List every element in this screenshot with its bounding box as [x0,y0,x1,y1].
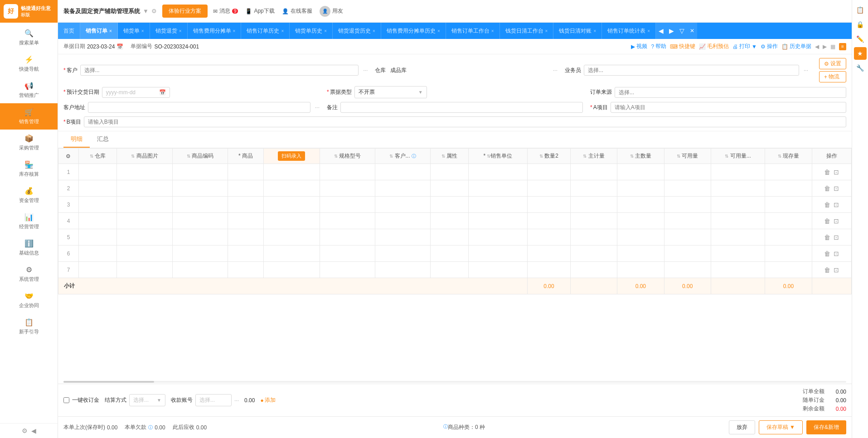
sidebar-item-operation[interactable]: 📊 经营管理 [0,208,58,235]
th-spec[interactable]: ⇅ 规格型号 [320,149,375,164]
tab-close-all[interactable]: ✕ [687,23,697,39]
tab-close-icon[interactable]: × [233,29,236,34]
tab-order-stats[interactable]: 销售订单统计表 × [602,23,656,39]
a-project-input[interactable] [611,102,846,113]
tab-order-workbench[interactable]: 销售订单工作台 × [446,23,500,39]
tab-detail[interactable]: 明细 [63,131,90,148]
th-unit[interactable]: * ⇅销售单位 [468,149,527,164]
delivery-date[interactable]: yyyy-mm-dd 📅 [102,87,170,98]
delete-row-btn[interactable]: 🗑 [823,168,831,177]
grid-view-icon[interactable]: ▦ [830,43,835,50]
th-qty2[interactable]: ⇅ 数量2 [528,149,571,164]
customer-dots[interactable]: ··· [363,67,368,73]
settings-btn[interactable]: ⚙ 设置 [819,58,846,69]
copy-row-btn[interactable]: ⊡ [833,184,840,193]
sidebar-item-finance[interactable]: 💰 资金管理 [0,182,58,208]
add-btn[interactable]: ● 添加 [260,396,275,404]
copy-row-btn[interactable]: ⊡ [833,217,840,226]
sidebar-item-guide[interactable]: 📋 新手引导 [0,313,58,340]
tab-close-icon[interactable]: × [324,29,327,34]
staff-input[interactable] [584,65,799,76]
dropdown-icon[interactable]: ▼ [143,8,149,14]
right-panel-star-icon[interactable]: ★ [854,47,867,60]
delete-row-btn[interactable]: 🗑 [823,233,831,242]
operation-action[interactable]: ⚙ 操作 [761,43,778,50]
tab-summary[interactable]: 汇总 [90,131,116,148]
auto-collect-checkbox[interactable] [63,397,69,403]
sidebar-item-system[interactable]: ⚙ 系统管理 [0,261,58,287]
address-input[interactable] [88,102,310,113]
right-panel-edit-icon[interactable]: ✏️ [854,33,867,45]
th-customer-code[interactable]: ⇅ 客户... ⓘ [375,149,431,164]
shortcut-action[interactable]: ⌨ 快捷键 [670,43,695,50]
th-image[interactable]: ⇅ 商品图片 [117,149,173,164]
warehouse-dots[interactable]: ··· [553,67,558,73]
copy-row-btn[interactable]: ⊡ [833,249,840,258]
delete-row-btn[interactable]: 🗑 [823,265,831,274]
th-settings[interactable]: ⚙ [58,149,79,164]
tab-bill-history[interactable]: 销货单历史 × [290,23,333,39]
tab-nav-next[interactable]: ▶ [666,23,677,39]
message-item[interactable]: ✉ 消息 9 [213,7,238,15]
tab-sales-return[interactable]: 销货退货 × [150,23,188,39]
save-new-btn[interactable]: 保存&新增 [806,420,846,434]
settle-select[interactable]: 选择... ▼ [129,394,165,406]
tab-close-icon[interactable]: × [545,29,548,34]
tab-cash-reconcile[interactable]: 钱货日清对账 × [553,23,602,39]
calendar-icon[interactable]: 📅 [159,89,166,96]
tab-sales-bill[interactable]: 销货单 × [118,23,150,39]
sidebar-item-basic[interactable]: ℹ️ 基础信息 [0,235,58,261]
industry-btn[interactable]: 体验行业方案 [162,5,208,18]
right-panel-lock-icon[interactable]: 🔒 [854,18,867,31]
save-draft-btn[interactable]: 保存草稿 ▼ [759,420,803,434]
order-source-input[interactable] [615,87,846,98]
collapse-icon[interactable]: ◀ [31,427,36,434]
user-item[interactable]: 👤 用友 [320,6,343,17]
tab-nav-menu[interactable]: ▽ [677,23,687,39]
sidebar-item-inventory[interactable]: 🏪 库存核算 [0,156,58,182]
tab-close-icon[interactable]: × [647,29,650,34]
history-action[interactable]: 📋 历史单据 [781,43,811,50]
app-download-item[interactable]: 📱 App下载 [245,7,274,15]
collect-account-select[interactable]: 选择... [195,394,232,406]
copy-row-btn[interactable]: ⊡ [833,233,840,242]
tab-close-icon[interactable]: × [179,29,182,34]
tab-close-icon[interactable]: × [109,29,112,34]
tab-close-icon[interactable]: × [373,29,375,34]
th-main-unit[interactable]: ⇅ 主计量 [570,149,617,164]
sidebar-item-corp[interactable]: 🤝 企业协同 [0,287,58,313]
copy-row-btn[interactable]: ⊡ [833,265,840,274]
online-service-item[interactable]: 👤 在线客服 [282,7,312,15]
help-action[interactable]: ? 帮助 [651,43,666,50]
nav-next-icon[interactable]: ▶ [823,43,827,50]
tab-close-icon[interactable]: × [491,29,494,34]
delete-row-btn[interactable]: 🗑 [823,249,831,258]
tab-nav-prev[interactable]: ◀ [656,23,666,39]
th-available2[interactable]: ⇅ 可用量... [711,149,765,164]
th-product[interactable]: * 商品 [228,149,264,164]
tab-order-history[interactable]: 销售订单历史 × [241,23,290,39]
tab-sales-fee[interactable]: 销售费用分摊单 × [188,23,242,39]
delete-row-btn[interactable]: 🗑 [823,200,831,209]
th-stock[interactable]: ⇅ 现存量 [765,149,812,164]
view-action[interactable]: ▶ 视频 [631,43,647,50]
right-panel-tool-icon[interactable]: 🔧 [854,62,867,74]
sidebar-item-quick[interactable]: ⚡ 快捷导航 [0,51,58,77]
sidebar-item-purchase[interactable]: 📦 采购管理 [0,130,58,156]
copy-row-btn[interactable]: ⊡ [833,168,840,177]
th-attribute[interactable]: ⇅ 属性 [430,149,468,164]
scan-btn[interactable]: 扫码录入 [278,151,305,161]
th-warehouse[interactable]: ⇅ 仓库 [78,149,116,164]
invoice-select[interactable]: 不开票 ▼ [354,86,427,98]
delete-row-btn[interactable]: 🗑 [823,184,831,193]
tab-sales-order[interactable]: 销售订单 × [80,23,118,39]
calendar-icon[interactable]: 📅 [116,43,123,50]
print-action[interactable]: 🖨 打印 ▼ [732,43,757,50]
profit-action[interactable]: 📈 毛利预估 [699,43,729,50]
settings-bottom-icon[interactable]: ⚙ [22,427,28,434]
note-input[interactable] [340,102,583,113]
right-panel-doc-icon[interactable]: 📋 [854,4,867,16]
sidebar-item-search[interactable]: 🔍 搜索菜单 [0,24,58,51]
delete-row-btn[interactable]: 🗑 [823,217,831,226]
sidebar-item-sales[interactable]: 🛒 销售管理 [0,103,58,130]
